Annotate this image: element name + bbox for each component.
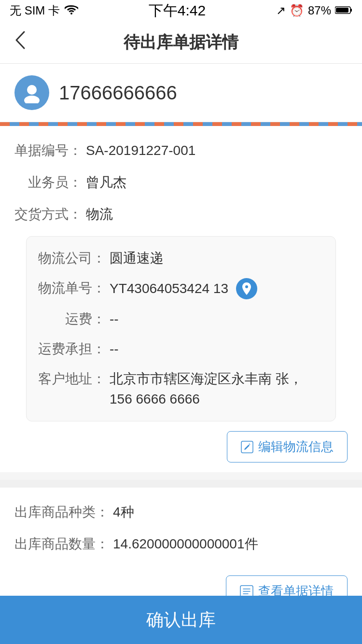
- confirm-button-label: 确认出库: [146, 608, 216, 632]
- logistics-card: 物流公司： 圆通速递 物流单号： YT43064053424 13 运费： --: [26, 236, 336, 421]
- status-left: 无 SIM 卡: [10, 3, 78, 18]
- location-status-icon: ↗: [276, 4, 286, 17]
- address-value: 北京市市辖区海淀区永丰南 张，156 6666 6666: [110, 369, 324, 409]
- avatar: [14, 75, 49, 110]
- address-row: 客户地址： 北京市市辖区海淀区永丰南 张，156 6666 6666: [38, 369, 324, 409]
- product-category-value: 4种: [113, 502, 348, 522]
- sim-status: 无 SIM 卡: [10, 3, 60, 18]
- status-right: ↗ ⏰ 87%: [276, 4, 352, 17]
- customer-phone: 17666666666: [59, 82, 177, 104]
- svg-point-3: [27, 85, 37, 95]
- freight-value: --: [110, 309, 324, 329]
- salesman-row: 业务员： 曾凡杰: [14, 172, 348, 193]
- logistics-company-value: 圆通速递: [110, 248, 324, 268]
- logistics-tracking-row: 物流单号： YT43064053424 13: [38, 278, 324, 299]
- salesman-value: 曾凡杰: [86, 172, 348, 193]
- edit-logistics-button[interactable]: 编辑物流信息: [227, 431, 348, 462]
- logistics-company-label: 物流公司：: [38, 248, 106, 268]
- order-no-row: 单据编号： SA-20191227-001: [14, 140, 348, 161]
- address-label: 客户地址：: [38, 369, 106, 389]
- freight-bearer-row: 运费承担： --: [38, 339, 324, 359]
- product-category-row: 出库商品种类： 4种: [14, 502, 348, 522]
- delivery-row: 交货方式： 物流: [14, 204, 348, 224]
- back-button[interactable]: [14, 31, 25, 54]
- customer-header: 17666666666: [0, 64, 362, 122]
- dashed-divider: [0, 122, 362, 126]
- product-quantity-value: 14.620000000000001件: [113, 534, 348, 554]
- svg-rect-2: [336, 8, 348, 13]
- battery-percent: 87%: [308, 4, 331, 17]
- battery-icon: [335, 4, 352, 17]
- product-quantity-row: 出库商品数量： 14.620000000000001件: [14, 534, 348, 554]
- alarm-icon: ⏰: [290, 4, 304, 17]
- order-no-value: SA-20191227-001: [86, 140, 348, 161]
- logistics-company-row: 物流公司： 圆通速递: [38, 248, 324, 268]
- section-divider-1: [0, 480, 362, 488]
- freight-bearer-value: --: [110, 339, 324, 359]
- product-quantity-label: 出库商品数量：: [14, 534, 109, 554]
- freight-bearer-label: 运费承担：: [38, 339, 106, 359]
- order-no-label: 单据编号：: [14, 140, 82, 161]
- wifi-icon: [65, 4, 78, 17]
- edit-btn-row: 编辑物流信息: [14, 421, 348, 462]
- tracking-number: YT43064053424 13: [110, 279, 228, 299]
- freight-row: 运费： --: [38, 309, 324, 329]
- tracking-location-icon[interactable]: [236, 278, 257, 299]
- logistics-tracking-value: YT43064053424 13: [110, 278, 324, 299]
- product-category-label: 出库商品种类：: [14, 502, 109, 522]
- status-bar: 无 SIM 卡 下午4:42 ↗ ⏰ 87%: [0, 0, 362, 21]
- logistics-tracking-label: 物流单号：: [38, 278, 106, 298]
- svg-point-4: [24, 96, 40, 103]
- confirm-bar[interactable]: 确认出库: [0, 596, 362, 644]
- salesman-label: 业务员：: [14, 172, 82, 193]
- status-time: 下午4:42: [149, 1, 206, 21]
- edit-logistics-label: 编辑物流信息: [258, 438, 334, 455]
- page-title: 待出库单据详情: [124, 31, 238, 54]
- svg-rect-1: [350, 9, 352, 12]
- delivery-label: 交货方式：: [14, 204, 82, 224]
- nav-bar: 待出库单据详情: [0, 21, 362, 64]
- freight-label: 运费：: [38, 309, 106, 329]
- order-info-section: 单据编号： SA-20191227-001 业务员： 曾凡杰 交货方式： 物流 …: [0, 126, 362, 472]
- delivery-value: 物流: [86, 204, 348, 224]
